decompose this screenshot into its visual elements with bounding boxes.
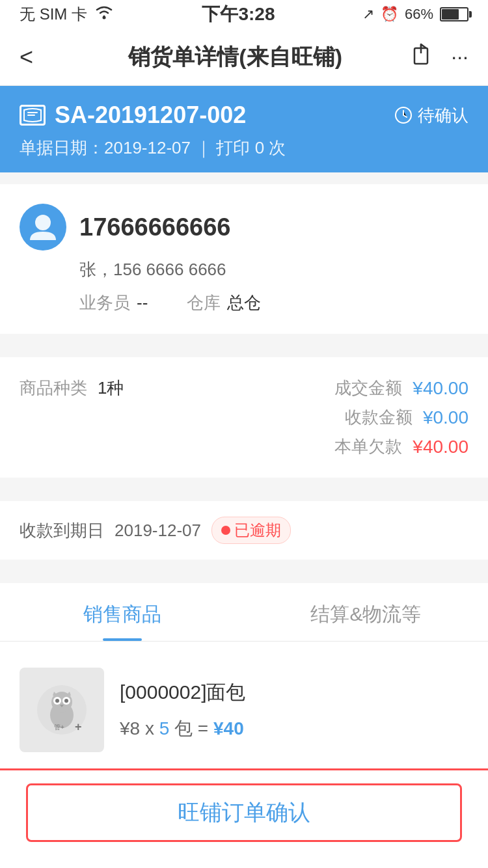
payment-due-label: 收款到期日 xyxy=(20,519,104,542)
product-thumbnail: + 管+ xyxy=(20,668,104,752)
received-amount-label: 收款金额 xyxy=(345,406,413,429)
payment-due-section: 收款到期日 2019-12-07 已逾期 xyxy=(0,501,488,560)
back-button[interactable]: < xyxy=(20,44,59,71)
summary-section: 商品种类 1种 成交金额 ¥40.00 收款金额 ¥0.00 本单欠款 ¥40.… xyxy=(0,357,488,478)
order-header-banner: SA-20191207-002 待确认 单据日期：2019-12-07 ｜ 打印… xyxy=(0,86,488,172)
status-bar: 无 SIM 卡 下午3:28 ↗ ⏰ 66% xyxy=(0,0,488,29)
svg-point-0 xyxy=(103,16,106,20)
divider-1 xyxy=(0,172,488,184)
warehouse-label: 仓库 xyxy=(187,292,221,314)
payment-due-date: 2019-12-07 xyxy=(115,521,201,541)
status-left: 无 SIM 卡 xyxy=(20,4,115,25)
alarm-icon: ⏰ xyxy=(381,6,398,23)
customer-phone: 17666666666 xyxy=(79,213,230,241)
order-icon xyxy=(20,105,46,126)
clock-icon xyxy=(394,106,413,124)
wifi-icon xyxy=(94,5,115,24)
avatar xyxy=(20,204,66,251)
deal-amount-label: 成交金额 xyxy=(334,377,402,400)
product-info: [0000002]面包 ¥8 x 5 包 = ¥40 xyxy=(120,679,468,741)
product-type: 商品种类 1种 xyxy=(20,377,124,400)
share-icon[interactable] xyxy=(412,43,435,72)
battery-percent: 66% xyxy=(405,6,433,23)
balance-label: 本单欠款 xyxy=(334,435,402,458)
divider-4 xyxy=(0,571,488,583)
order-id: SA-20191207-002 xyxy=(20,102,246,129)
tabs-section: 销售商品 结算&物流等 xyxy=(0,583,488,642)
balance-value: ¥40.00 xyxy=(413,437,468,457)
page-title: 销货单详情(来自旺铺) xyxy=(128,42,342,72)
product-price-row: ¥8 x 5 包 = ¥40 xyxy=(120,716,468,741)
divider-3 xyxy=(0,489,488,501)
svg-point-11 xyxy=(64,699,68,703)
product-price: ¥8 xyxy=(120,718,140,739)
tab-settlement-logistics[interactable]: 结算&物流等 xyxy=(244,583,488,641)
customer-section: 17666666666 张，156 6666 6666 业务员 -- 仓库 总仓 xyxy=(0,184,488,334)
equals-sign: = xyxy=(198,718,213,739)
bottom-bar: 旺铺订单确认 xyxy=(0,768,488,868)
tabs-row: 销售商品 结算&物流等 xyxy=(0,583,488,642)
carrier-text: 无 SIM 卡 xyxy=(20,4,87,25)
order-date: 单据日期：2019-12-07 ｜ 打印 0 次 xyxy=(20,137,468,159)
customer-name: 张，156 6666 6666 xyxy=(79,258,468,281)
location-icon: ↗ xyxy=(362,6,374,23)
svg-text:+: + xyxy=(75,720,82,733)
tab-sales-products[interactable]: 销售商品 xyxy=(0,583,244,641)
divider-2 xyxy=(0,346,488,357)
product-list: + 管+ [0000002]面包 ¥8 x 5 包 = ¥40 xyxy=(0,642,488,778)
product-unit: 包 xyxy=(174,718,193,739)
battery-icon xyxy=(440,7,468,21)
overdue-badge: 已逾期 xyxy=(211,517,291,544)
confirm-order-button[interactable]: 旺铺订单确认 xyxy=(26,783,462,842)
svg-text:管+: 管+ xyxy=(54,724,64,731)
svg-point-10 xyxy=(55,699,59,703)
multiply-sign: x xyxy=(145,718,159,739)
customer-meta: 业务员 -- 仓库 总仓 xyxy=(79,292,468,314)
product-qty: 5 xyxy=(159,718,170,739)
svg-point-4 xyxy=(35,215,51,230)
salesperson-label: 业务员 xyxy=(79,292,130,314)
product-image: + 管+ xyxy=(36,684,88,736)
received-amount-value: ¥0.00 xyxy=(423,407,468,428)
more-options-icon[interactable]: ··· xyxy=(451,45,468,69)
salesperson-value: -- xyxy=(137,293,148,313)
warehouse-value: 总仓 xyxy=(227,292,261,314)
status-right: ↗ ⏰ 66% xyxy=(362,6,468,23)
deal-amount-value: ¥40.00 xyxy=(413,378,468,399)
order-status: 待确认 xyxy=(394,104,468,127)
table-row: + 管+ [0000002]面包 ¥8 x 5 包 = ¥40 xyxy=(20,655,468,765)
product-name: [0000002]面包 xyxy=(120,679,468,706)
status-time: 下午3:28 xyxy=(202,2,275,27)
overdue-dot-icon xyxy=(221,526,230,535)
nav-bar: < 销货单详情(来自旺铺) ··· xyxy=(0,29,488,86)
nav-actions: ··· xyxy=(412,43,468,72)
amount-summary: 成交金额 ¥40.00 收款金额 ¥0.00 本单欠款 ¥40.00 xyxy=(334,377,468,458)
product-total: ¥40 xyxy=(213,718,244,739)
